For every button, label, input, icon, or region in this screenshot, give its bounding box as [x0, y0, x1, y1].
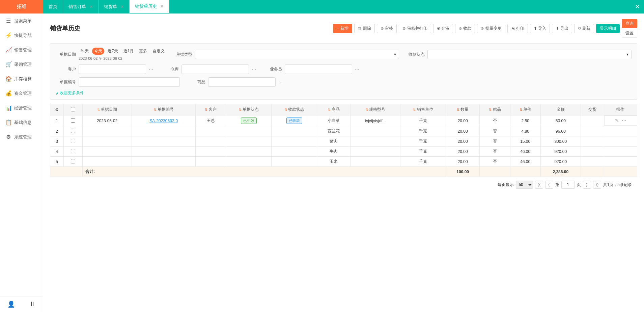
row-checkbox-cell[interactable]	[64, 115, 83, 126]
row-checkbox[interactable]	[71, 149, 75, 153]
doc-type-select[interactable]: ▾	[195, 50, 399, 59]
first-page-button[interactable]: ⟨⟨	[535, 181, 543, 189]
pause-icon[interactable]: ⏸	[29, 301, 35, 308]
collect-button[interactable]: ⊙ 收款	[455, 24, 475, 33]
audit-button[interactable]: ⊙ 审核	[377, 24, 397, 33]
filter-row-1: 单据日期 昨天 今天 近7天 近1月 更多 自定义 2023-06-02 至 2…	[56, 48, 632, 61]
product-picker-icon[interactable]: ···	[278, 79, 283, 85]
more-icon[interactable]: ⋯	[622, 118, 626, 123]
product-input[interactable]	[208, 77, 276, 87]
th-customer[interactable]: ⇅ 客户	[196, 104, 226, 115]
select-all-checkbox[interactable]	[71, 107, 75, 111]
sidebar-item-search-menu[interactable]: ☰ 搜索菜单	[0, 14, 43, 28]
row-unit: 千克	[400, 157, 446, 167]
date-btn-1month[interactable]: 近1月	[121, 48, 136, 55]
row-checkbox-cell[interactable]	[64, 136, 83, 147]
prev-page-button[interactable]: ⟨	[545, 181, 553, 189]
row-checkbox[interactable]	[71, 118, 75, 123]
th-checkbox[interactable]	[64, 104, 83, 115]
th-payment-status[interactable]: ⇅ 收款状态	[272, 104, 317, 115]
sidebar-item-purchase[interactable]: 🛒 采购管理	[0, 57, 43, 72]
page-number-input[interactable]	[561, 181, 575, 189]
print-button[interactable]: 🖨 打印	[507, 24, 528, 33]
row-checkbox[interactable]	[71, 129, 75, 133]
th-settings[interactable]: ⚙	[50, 104, 64, 115]
warehouse-picker-icon[interactable]: ···	[252, 66, 256, 72]
salesperson-picker-icon[interactable]: ···	[355, 66, 359, 72]
export-button[interactable]: ⬇ 导出	[552, 24, 572, 33]
row-quantity: 20.00	[446, 136, 480, 147]
tab-sales-history[interactable]: 销货单历史 ✕	[130, 0, 169, 14]
th-transaction[interactable]: 交货	[581, 104, 604, 115]
show-detail-button[interactable]: 显示明细	[596, 24, 620, 33]
last-page-button[interactable]: ⟩⟩	[593, 181, 601, 189]
date-btn-today[interactable]: 今天	[92, 48, 104, 55]
row-checkbox-cell[interactable]	[64, 157, 83, 167]
delete-button[interactable]: 🗑 删除	[354, 24, 375, 33]
filter-product: 商品 ···	[185, 77, 283, 87]
th-spec[interactable]: ⇅ 规格型号	[351, 104, 400, 115]
date-btn-custom[interactable]: 自定义	[150, 48, 167, 55]
tabs-bar: 首页 销售订单 ✕ 销货单 ✕ 销货单历史 ✕ ✕	[43, 0, 644, 14]
tab-sales-order[interactable]: 销售订单 ✕	[63, 0, 99, 14]
date-btn-more[interactable]: 更多	[137, 48, 149, 55]
sidebar-item-system[interactable]: ⚙ 系统管理	[0, 130, 43, 144]
doc-number-input[interactable]	[79, 77, 180, 87]
th-gift[interactable]: ⇅ 赠品	[480, 104, 510, 115]
th-doc-no[interactable]: ⇅ 单据编号	[132, 104, 196, 115]
next-page-button[interactable]: ⟩	[583, 181, 591, 189]
batch-change-button[interactable]: ⊙ 批量变更	[477, 24, 505, 33]
tab-home[interactable]: 首页	[43, 0, 63, 14]
sidebar-item-sales[interactable]: 📈 销售管理	[0, 43, 43, 57]
collapse-button[interactable]: ∧ 收起更多条件	[56, 90, 632, 96]
audit-print-button[interactable]: ⊙ 审核并打印	[399, 24, 431, 33]
sidebar-item-inventory[interactable]: 🏠 库存核算	[0, 72, 43, 86]
import-button[interactable]: ⬆ 导入	[530, 24, 550, 33]
row-product: 玉米	[317, 157, 351, 167]
close-all-tabs[interactable]: ✕	[631, 3, 644, 10]
row-checkbox[interactable]	[71, 139, 75, 143]
row-doc-no[interactable]	[132, 126, 196, 136]
user-icon[interactable]: 👤	[7, 301, 15, 308]
sidebar-item-finance[interactable]: 💰 资金管理	[0, 86, 43, 101]
th-doc-status[interactable]: ⇅ 单据状态	[226, 104, 272, 115]
close-tab-sales-order[interactable]: ✕	[89, 4, 93, 9]
refresh-button[interactable]: ↻ 刷新	[574, 24, 594, 33]
date-btn-7days[interactable]: 近7天	[106, 48, 120, 55]
edit-icon[interactable]: ✎	[615, 118, 619, 123]
sidebar-item-basic-info[interactable]: 📋 基础信息	[0, 115, 43, 130]
customer-picker-icon[interactable]: ···	[149, 66, 153, 72]
th-amount[interactable]: 金额	[540, 104, 581, 115]
row-checkbox-cell[interactable]	[64, 126, 83, 136]
date-btn-yesterday[interactable]: 昨天	[79, 48, 91, 55]
row-doc-no[interactable]	[132, 136, 196, 147]
discard-button[interactable]: ⊗ 弃审	[433, 24, 453, 33]
doc-no-link[interactable]: SA-20230602-0	[149, 119, 178, 123]
customer-input[interactable]	[79, 64, 146, 74]
th-date[interactable]: ⇅ 单据日期	[83, 104, 132, 115]
th-unit[interactable]: ⇅ 销售单位	[400, 104, 446, 115]
row-doc-no[interactable]	[132, 157, 196, 167]
row-doc-status	[226, 157, 272, 167]
row-checkbox-cell[interactable]	[64, 147, 83, 157]
th-product[interactable]: ⇅ 商品	[317, 104, 351, 115]
row-date	[83, 136, 132, 147]
row-checkbox[interactable]	[71, 159, 75, 163]
salesperson-input[interactable]	[285, 64, 352, 74]
th-unit-price[interactable]: ⇅ 单价	[510, 104, 540, 115]
sum-empty-price	[510, 167, 540, 177]
tab-sales-delivery[interactable]: 销货单 ✕	[99, 0, 130, 14]
sidebar-item-quick-nav[interactable]: ⚡ 快捷导航	[0, 28, 43, 43]
settings-button[interactable]: 设置	[622, 29, 637, 38]
payment-status-select[interactable]: ▾	[427, 50, 632, 59]
row-doc-no[interactable]: SA-20230602-0	[132, 115, 196, 126]
close-tab-sales-delivery[interactable]: ✕	[120, 4, 124, 9]
row-doc-no[interactable]	[132, 147, 196, 157]
new-button[interactable]: + 新增	[333, 24, 352, 33]
query-button[interactable]: 查询	[622, 19, 637, 28]
warehouse-input[interactable]	[181, 64, 249, 74]
per-page-select[interactable]: 50 100	[516, 181, 533, 189]
th-quantity[interactable]: ⇅ 数量	[446, 104, 480, 115]
close-tab-sales-history[interactable]: ✕	[160, 4, 164, 9]
sidebar-item-operations[interactable]: 📊 经营管理	[0, 101, 43, 115]
